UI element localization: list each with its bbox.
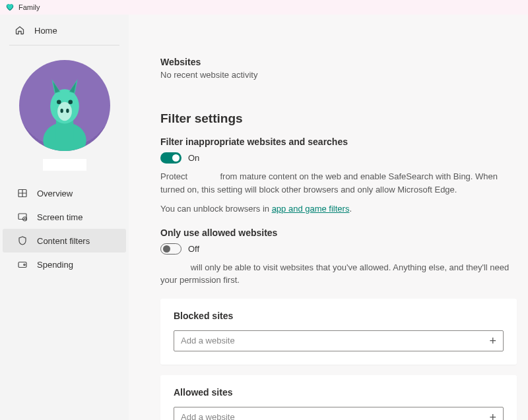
setting-filter-inappropriate: Filter inappropriate websites and search… bbox=[160, 136, 517, 216]
websites-empty: No recent website activity bbox=[160, 70, 517, 80]
overview-icon bbox=[17, 188, 28, 198]
allowed-site-input-wrap: + bbox=[174, 407, 504, 421]
titlebar: Family bbox=[0, 0, 528, 15]
nav-spending[interactable]: Spending bbox=[3, 253, 126, 276]
svg-point-6 bbox=[60, 109, 63, 113]
toggle-state-label: On bbox=[188, 153, 199, 163]
profile-block bbox=[0, 48, 129, 175]
home-icon bbox=[15, 25, 25, 36]
main-content: Websites No recent website activity Filt… bbox=[129, 15, 528, 420]
websites-heading: Websites bbox=[160, 57, 517, 67]
nav-item-label: Spending bbox=[37, 260, 73, 270]
unblock-hint: You can unblock browsers in app and game… bbox=[160, 202, 517, 216]
setting-only-allowed: Only use allowed websites Off will only … bbox=[160, 227, 517, 287]
svg-point-7 bbox=[66, 109, 69, 113]
setting-title: Only use allowed websites bbox=[160, 227, 517, 238]
toggle-state-label: Off bbox=[188, 244, 199, 254]
nav-list: Overview Screen time Content filters Spe… bbox=[0, 181, 129, 276]
divider bbox=[9, 45, 119, 45]
filter-settings-heading: Filter settings bbox=[160, 111, 517, 126]
app-name: Family bbox=[18, 3, 40, 11]
blocked-site-input-wrap: + bbox=[174, 330, 504, 351]
setting-description: Protect from mature content on the web a… bbox=[160, 170, 517, 196]
profile-name-redacted bbox=[43, 159, 86, 171]
plus-icon[interactable]: + bbox=[488, 411, 498, 421]
setting-description: will only be able to visit websites that… bbox=[160, 261, 517, 287]
toggle-inappropriate[interactable] bbox=[160, 152, 182, 164]
allowed-site-input[interactable] bbox=[181, 412, 488, 420]
family-heart-icon bbox=[5, 3, 15, 12]
plus-icon[interactable]: + bbox=[488, 335, 498, 347]
svg-point-4 bbox=[57, 100, 61, 105]
nav-home-label: Home bbox=[34, 26, 57, 36]
blocked-sites-card: Blocked sites + bbox=[160, 299, 517, 365]
setting-title: Filter inappropriate websites and search… bbox=[160, 136, 517, 147]
nav-home[interactable]: Home bbox=[0, 18, 129, 42]
svg-point-12 bbox=[24, 264, 25, 265]
svg-point-5 bbox=[68, 100, 73, 105]
screen-time-icon bbox=[17, 212, 28, 222]
nav-overview[interactable]: Overview bbox=[3, 181, 126, 205]
nav-item-label: Screen time bbox=[37, 212, 82, 222]
sidebar: Home bbox=[0, 15, 129, 420]
nav-content-filters[interactable]: Content filters bbox=[3, 229, 126, 253]
shield-icon bbox=[17, 235, 28, 246]
card-title: Allowed sites bbox=[174, 387, 504, 398]
svg-point-3 bbox=[57, 102, 72, 121]
avatar bbox=[19, 60, 110, 151]
allowed-sites-card: Allowed sites + bbox=[160, 375, 517, 421]
nav-item-label: Overview bbox=[37, 189, 73, 198]
spending-icon bbox=[17, 259, 28, 270]
app-game-filters-link[interactable]: app and game filters bbox=[272, 204, 350, 214]
card-title: Blocked sites bbox=[174, 311, 504, 321]
toggle-only-allowed[interactable] bbox=[160, 243, 182, 255]
nav-screen-time[interactable]: Screen time bbox=[3, 205, 126, 229]
blocked-site-input[interactable] bbox=[181, 336, 488, 345]
nav-item-label: Content filters bbox=[37, 236, 90, 246]
